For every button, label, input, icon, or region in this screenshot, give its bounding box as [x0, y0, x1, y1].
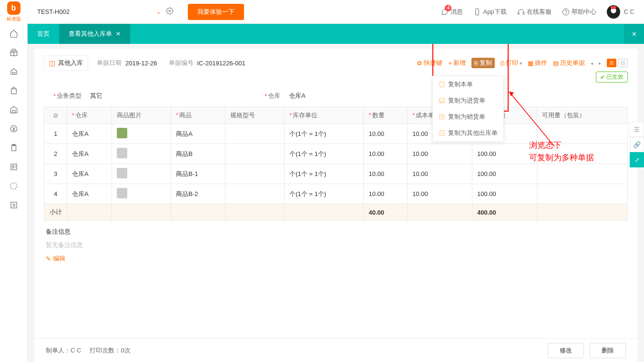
cell-amount: 100.00 — [472, 184, 537, 204]
chevron-left-icon[interactable]: ◂ — [591, 61, 593, 66]
product-image-icon — [117, 168, 127, 178]
nav-new-icon[interactable]: 新 — [0, 196, 28, 215]
svg-rect-14 — [518, 12, 519, 14]
edit-remark-button[interactable]: ✎ 编辑 — [46, 254, 626, 263]
nav-clipboard-icon[interactable] — [0, 138, 28, 157]
creator-info: 制单人：C C — [46, 346, 81, 355]
nav-house-icon[interactable] — [0, 62, 28, 81]
table-row[interactable]: 1仓库A商品A个(1个 = 1个)10.0010.00100.00 — [44, 124, 628, 144]
nav-contact-icon[interactable] — [0, 157, 28, 176]
cell-image — [112, 144, 171, 164]
customer-service-button[interactable]: 在线客服 — [517, 8, 552, 16]
col-product: *商品 — [171, 107, 225, 124]
cell-image — [112, 164, 171, 184]
view-grid-button[interactable] — [618, 59, 628, 67]
table-row[interactable]: 3仓库A商品B-1个(1个 = 1个)10.0010.00100.00 — [44, 164, 628, 184]
delete-button[interactable]: 删除 — [590, 343, 626, 358]
document-out-icon — [439, 130, 445, 136]
tab-home[interactable]: 首页 — [28, 24, 59, 44]
nav-home-icon[interactable] — [0, 24, 28, 43]
operations-button[interactable]: ▦ 操作 — [528, 59, 547, 67]
view-list-button[interactable] — [607, 59, 616, 67]
cell-qty: 10.00 — [364, 164, 408, 184]
cell-unit: 个(1个 = 1个) — [285, 124, 364, 144]
col-spec: 规格型号 — [225, 107, 285, 124]
chevron-right-icon[interactable]: ▸ — [599, 61, 601, 66]
history-button[interactable]: ▤ 历史单据 — [553, 59, 585, 67]
table-row[interactable]: 2仓库A商品B个(1个 = 1个)10.0010.00100.00 — [44, 144, 628, 164]
nav-gift-icon[interactable] — [0, 43, 28, 62]
shortcut-button[interactable]: ⚙ 快捷键 — [417, 59, 442, 67]
cell-qty: 10.00 — [364, 144, 408, 164]
help-center-button[interactable]: 帮助中心 — [562, 8, 596, 16]
table-settings-icon[interactable]: ⚙ — [44, 107, 67, 124]
history-icon: ▤ — [553, 60, 559, 67]
cell-product: 商品B — [171, 144, 225, 164]
rail-note-icon[interactable]: ☰ — [630, 122, 644, 137]
svg-rect-22 — [440, 82, 444, 87]
cell-amount: 100.00 — [472, 144, 537, 164]
copy-purchase-item[interactable]: 复制为进货单 — [433, 93, 503, 109]
org-selector[interactable]: TEST-H002 ⌄ — [37, 8, 161, 15]
svg-point-8 — [10, 183, 17, 189]
logo-icon: b — [7, 1, 20, 15]
col-unit: *库存单位 — [285, 107, 364, 124]
svg-rect-21 — [624, 63, 625, 65]
gear-icon[interactable] — [166, 7, 174, 16]
trial-button[interactable]: 我要体验一下 — [188, 4, 244, 20]
headset-icon — [517, 8, 525, 16]
app-download-label: App下载 — [483, 8, 506, 16]
table-row[interactable]: 4仓库A商品B-2个(1个 = 1个)10.0010.00100.00 — [44, 184, 628, 204]
cell-qty: 10.00 — [364, 184, 408, 204]
product-image-icon — [117, 188, 127, 198]
tab-current[interactable]: 查看其他入库单 ✕ — [59, 24, 130, 44]
print-button[interactable]: ⎙ 打印 ▾ — [501, 59, 522, 67]
svg-rect-2 — [12, 111, 15, 113]
tab-bar-close-icon[interactable]: ✕ — [624, 24, 644, 44]
cell-warehouse: 仓库A — [67, 184, 112, 204]
cell-warehouse: 仓库A — [67, 124, 112, 144]
product-image-icon — [117, 128, 127, 138]
modify-button[interactable]: 修改 — [548, 343, 584, 358]
nav-warehouse-icon[interactable] — [0, 100, 28, 119]
nav-loading-icon[interactable] — [0, 176, 28, 196]
cell-image — [112, 184, 171, 204]
rail-link-icon[interactable]: 🔗 — [630, 137, 644, 152]
cell-spec — [225, 124, 285, 144]
card-header: ◫ 其他入库 单据日期 2019-12-26 单据编号 IC-20191226-… — [34, 49, 637, 77]
row-index: 1 — [44, 124, 67, 144]
logo-label: 标准版 — [7, 16, 21, 22]
copy-sales-item[interactable]: 复制为销货单 — [433, 109, 503, 125]
col-warehouse: *仓库 — [67, 107, 112, 124]
svg-point-11 — [169, 10, 171, 12]
messages-button[interactable]: 消息 4 — [441, 8, 463, 16]
close-icon[interactable]: ✕ — [116, 31, 121, 37]
subtotal-qty: 40.00 — [364, 204, 408, 221]
svg-point-7 — [12, 165, 14, 167]
cell-unit: 个(1个 = 1个) — [285, 164, 364, 184]
nav-money-icon[interactable] — [0, 119, 28, 138]
biz-type-field: * 业务类型 其它 — [53, 92, 102, 100]
cell-warehouse: 仓库A — [67, 164, 112, 184]
outbox-icon — [439, 114, 445, 120]
app-download-button[interactable]: App下载 — [473, 8, 506, 16]
copy-other-out-item[interactable]: 复制为其他出库单 — [433, 125, 503, 141]
cell-product: 商品A — [171, 124, 225, 144]
cell-product: 商品B-2 — [171, 184, 225, 204]
subtotal-label: 小计 — [44, 204, 67, 221]
avatar[interactable] — [607, 5, 620, 19]
copy-this-item[interactable]: 复制本单 — [433, 76, 503, 93]
row-index: 4 — [44, 184, 67, 204]
remark-empty: 暂无备注信息 — [46, 241, 626, 249]
help-center-label: 帮助中心 — [572, 8, 596, 16]
add-button[interactable]: + 新增 — [448, 59, 466, 67]
copy-button[interactable]: ⎘ 复制 — [471, 58, 495, 68]
svg-point-16 — [562, 9, 569, 15]
org-name: TEST-H002 — [37, 8, 70, 15]
rail-expand-icon[interactable]: ⤢ — [630, 152, 644, 167]
cell-avail — [537, 164, 627, 184]
row-index: 3 — [44, 164, 67, 184]
cell-warehouse: 仓库A — [67, 144, 112, 164]
svg-rect-15 — [523, 12, 524, 14]
nav-bag-icon[interactable] — [0, 81, 28, 100]
